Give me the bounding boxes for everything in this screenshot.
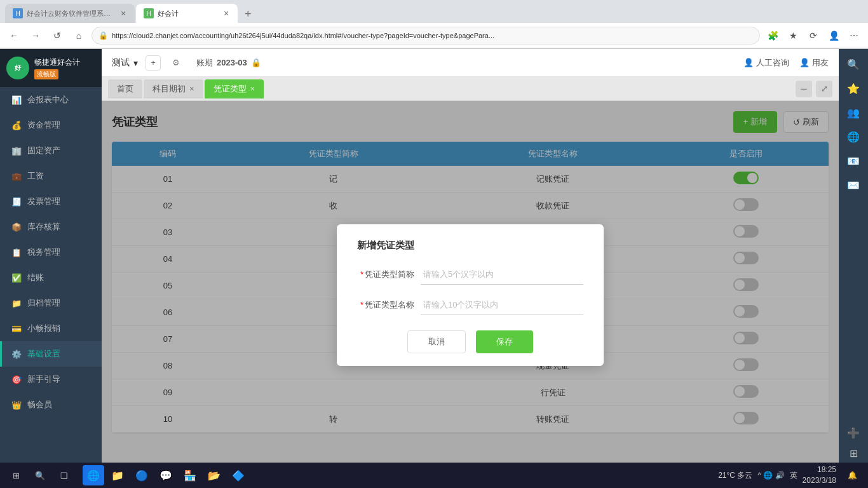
- workspace-add-button[interactable]: +: [146, 55, 161, 71]
- modal-abbr-input[interactable]: [421, 264, 583, 285]
- sidebar-item-dashboard[interactable]: 📊 会报表中心: [0, 87, 102, 112]
- taskbar-indicators: ^ 🌐 🔊: [757, 471, 784, 480]
- settle-icon: ✅: [11, 272, 22, 283]
- taskbar-chrome-app[interactable]: 🔵: [131, 465, 153, 485]
- right-users-button[interactable]: 👥: [843, 102, 864, 123]
- user-button[interactable]: 👤 用友: [799, 57, 829, 69]
- sidebar-item-fixed-assets[interactable]: 🏢 固定资产: [0, 138, 102, 163]
- sidebar-item-payroll[interactable]: 💼 工资: [0, 163, 102, 189]
- sidebar-item-label-settings: 基础设置: [27, 348, 60, 360]
- tab-maximize-button[interactable]: ⤢: [816, 81, 832, 97]
- files-icon: 📂: [208, 470, 220, 482]
- right-message-button[interactable]: ✉️: [843, 175, 864, 195]
- logo-title: 畅捷通好会计: [34, 57, 80, 68]
- taskbar-appstore-app[interactable]: 🏪: [179, 465, 201, 485]
- browser-tabs: H 好会计云财务软件管理系统_会计 × H 好会计 × +: [0, 0, 868, 23]
- tab-voucher-type-close[interactable]: ×: [250, 84, 255, 93]
- profile-button[interactable]: 👤: [825, 27, 843, 44]
- user-avatar-icon: 👤: [799, 58, 810, 67]
- invoice-icon: 🧾: [11, 196, 22, 207]
- period-info: 账期 2023-03 🔒: [196, 57, 261, 69]
- period-label: 账期: [196, 57, 213, 69]
- new-tab-button[interactable]: +: [239, 5, 257, 23]
- right-outlook-button[interactable]: 📧: [843, 151, 864, 171]
- taskbar-explorer-app[interactable]: 📁: [107, 465, 128, 485]
- consult-icon: 👤: [743, 58, 754, 67]
- settings-icon: ⚙️: [11, 348, 22, 360]
- menu-button[interactable]: ⋯: [845, 27, 863, 44]
- cancel-button[interactable]: 取消: [407, 330, 466, 353]
- right-search-button[interactable]: 🔍: [843, 54, 864, 74]
- sidebar-item-invoice[interactable]: 🧾 发票管理: [0, 189, 102, 214]
- workspace-selector[interactable]: 测试 ▾: [112, 57, 138, 69]
- tab-favicon-1: H: [13, 8, 23, 18]
- tab-bar: 首页 科目期初 × 凭证类型 × ─ ⤢: [102, 77, 839, 101]
- reload-button[interactable]: ↺: [48, 27, 66, 44]
- start-button[interactable]: ⊞: [5, 465, 27, 485]
- appstore-icon: 🏪: [184, 470, 196, 482]
- task-view-button[interactable]: ❏: [53, 465, 75, 485]
- tab-expand-buttons: ─ ⤢: [796, 81, 832, 97]
- tab-close-2[interactable]: ×: [222, 7, 230, 20]
- sidebar-item-member[interactable]: 👑 畅会员: [0, 392, 102, 417]
- tab-subjects-close[interactable]: ×: [189, 84, 194, 93]
- modal-abbr-label: 凭证类型简称: [357, 269, 414, 280]
- browser-tab-2[interactable]: H 好会计 ×: [136, 4, 238, 23]
- right-star-button[interactable]: ⭐: [843, 78, 864, 98]
- right-grid-button[interactable]: ⊞: [843, 443, 864, 463]
- browser-tab-1[interactable]: H 好会计云财务软件管理系统_会计 ×: [5, 4, 135, 23]
- taskbar-wechat-app[interactable]: 💬: [155, 465, 177, 485]
- sidebar-item-inventory[interactable]: 📦 库存核算: [0, 214, 102, 240]
- inventory-icon: 📦: [11, 221, 22, 233]
- tab-voucher-type[interactable]: 凭证类型 ×: [205, 79, 264, 98]
- forward-button[interactable]: →: [27, 27, 44, 44]
- address-bar[interactable]: 🔒 https://cloud2.chanjet.com/accounting/…: [92, 27, 760, 44]
- notifications-button[interactable]: 🔔: [841, 465, 863, 485]
- sidebar-item-tax[interactable]: 📋 税务管理: [0, 240, 102, 265]
- tab-minimize-button[interactable]: ─: [796, 81, 812, 97]
- sidebar-nav: 📊 会报表中心 💰 资金管理 🏢 固定资产 💼 工资 🧾 发票管理 📦: [0, 87, 102, 464]
- modal-name-input[interactable]: [421, 295, 583, 315]
- taskbar-edge-app[interactable]: 🌐: [83, 465, 104, 485]
- clock-date: 2023/3/18: [803, 475, 836, 486]
- sidebar-item-label-guide: 新手引导: [27, 374, 60, 385]
- browser-actions: 🧩 ★ ⟳ 👤 ⋯: [764, 27, 863, 44]
- sidebar-item-label-dashboard: 会报表中心: [27, 94, 69, 105]
- member-icon: 👑: [11, 399, 22, 410]
- guide-icon: 🎯: [11, 374, 22, 385]
- sidebar-item-report[interactable]: 💳 小畅报销: [0, 316, 102, 341]
- sidebar-item-guide[interactable]: 🎯 新手引导: [0, 367, 102, 392]
- dashboard-icon: 📊: [11, 94, 22, 105]
- right-add-button[interactable]: ➕: [843, 423, 864, 443]
- modal-overlay: 新增凭证类型 凭证类型简称 凭证类型名称 取消 保存: [102, 101, 839, 488]
- modal-name-field: 凭证类型名称: [357, 295, 583, 315]
- sidebar-item-settings[interactable]: ⚙️ 基础设置: [0, 341, 102, 367]
- workspace-settings-button[interactable]: ⚙: [168, 55, 184, 71]
- save-button[interactable]: 保存: [476, 330, 533, 353]
- consult-button[interactable]: 👤 人工咨询: [743, 57, 789, 69]
- tab-home[interactable]: 首页: [108, 79, 142, 98]
- extensions-button[interactable]: 🧩: [764, 27, 782, 44]
- sync-button[interactable]: ⟳: [804, 27, 822, 44]
- sidebar-item-label-capital: 资金管理: [27, 119, 60, 131]
- logo-icon: 好: [6, 57, 29, 79]
- sidebar-item-settle[interactable]: ✅ 结账: [0, 265, 102, 290]
- workspace-dropdown-icon: ▾: [133, 58, 138, 68]
- back-button[interactable]: ←: [5, 27, 23, 44]
- bookmark-button[interactable]: ★: [784, 27, 802, 44]
- taskbar-apps: 🌐 📁 🔵 💬 🏪 📂 🔷: [83, 465, 249, 485]
- modal-actions: 取消 保存: [357, 330, 583, 353]
- tax-icon: 📋: [11, 247, 22, 258]
- home-button[interactable]: ⌂: [70, 27, 88, 44]
- taskbar-files-app[interactable]: 📂: [203, 465, 225, 485]
- taskbar-edge2-app[interactable]: 🔷: [227, 465, 249, 485]
- sidebar-item-archive[interactable]: 📁 归档管理: [0, 290, 102, 316]
- search-taskbar-button[interactable]: 🔍: [29, 465, 51, 485]
- right-chrome-button[interactable]: 🌐: [843, 126, 864, 147]
- chrome-icon: 🔵: [135, 470, 148, 482]
- tab-subjects[interactable]: 科目期初 ×: [144, 79, 203, 98]
- sidebar-item-capital[interactable]: 💰 资金管理: [0, 112, 102, 138]
- tab-close-1[interactable]: ×: [119, 7, 127, 20]
- tab-title-1: 好会计云财务软件管理系统_会计: [27, 9, 116, 18]
- sidebar-item-label-settle: 结账: [27, 272, 44, 283]
